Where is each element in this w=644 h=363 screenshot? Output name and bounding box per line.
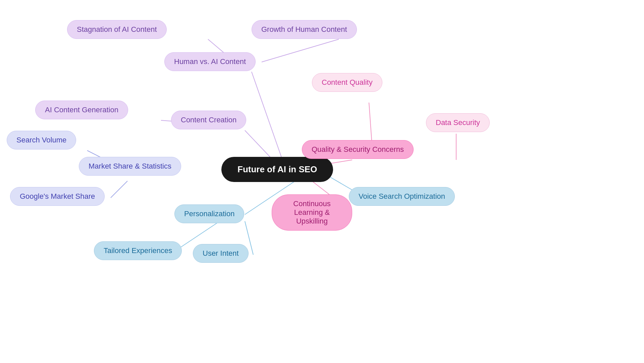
continuous-learning-node: Continuous Learning & Upskilling [272,194,352,231]
content-creation-node: Content Creation [171,111,246,129]
ai-content-gen-node: AI Content Generation [35,101,128,119]
google-market-node: Google's Market Share [10,187,105,206]
voice-search-node: Voice Search Optimization [349,187,455,206]
center-node: Future of AI in SEO [221,157,333,182]
data-security-node: Data Security [426,113,490,132]
quality-security-node: Quality & Security Concerns [302,140,414,159]
svg-line-0 [252,72,285,168]
stagnation-node: Stagnation of AI Content [67,20,167,39]
human-vs-ai-node: Human vs. AI Content [164,52,256,71]
svg-line-2 [262,39,339,62]
growth-node: Growth of Human Content [252,20,357,39]
personalization-node: Personalization [174,204,244,223]
market-share-node: Market Share & Statistics [79,157,181,176]
svg-line-10 [111,181,127,198]
tailored-experiences-node: Tailored Experiences [94,241,182,260]
user-intent-node: User Intent [193,244,249,263]
search-volume-node: Search Volume [7,131,76,149]
content-quality-node: Content Quality [312,73,382,92]
